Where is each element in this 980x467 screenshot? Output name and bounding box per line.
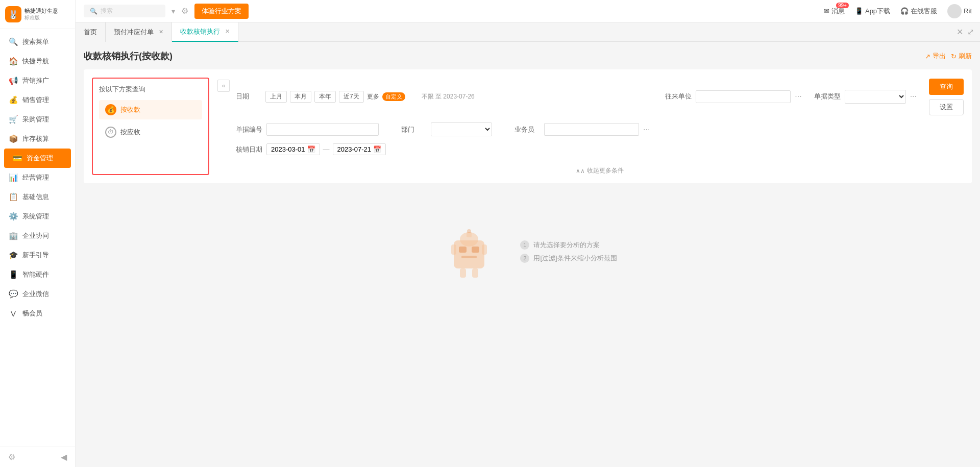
tab-bar: 首页 预付冲应付单 ✕ 收款核销执行 ✕ ✕ ⤢ — [76, 22, 980, 42]
app-download-label: App下载 — [865, 7, 890, 16]
date-btn-7days[interactable]: 近7天 — [339, 91, 364, 103]
sidebar-item-system[interactable]: ⚙️ 系统管理 — [0, 207, 75, 226]
sidebar: 🐰 畅捷通好生意 标准版 🔍 搜索菜单 🏠 快捷导航 📢 营销推广 💰 销售管理… — [0, 0, 76, 467]
sidebar-item-member[interactable]: V 畅会员 — [0, 304, 75, 323]
tab-prepay[interactable]: 预付冲应付单 ✕ — [106, 22, 172, 42]
header-left: 🔍 搜索 ▾ ⚙ 体验行业方案 — [84, 4, 249, 19]
tab-prepay-label: 预付冲应付单 — [114, 28, 154, 37]
header-dropdown-icon[interactable]: ▾ — [172, 7, 175, 15]
verify-date-start-box[interactable]: 2023-03-01 📅 — [266, 143, 320, 155]
export-button[interactable]: ↗ 导出 — [925, 52, 946, 61]
marketing-icon: 📢 — [8, 76, 18, 85]
verify-date-end-box[interactable]: 2023-07-21 📅 — [333, 143, 386, 155]
date-custom-tag[interactable]: 自定义 — [382, 92, 405, 101]
guide-icon: 🎓 — [8, 251, 18, 260]
coop-icon: 🏢 — [8, 231, 18, 240]
online-service-link[interactable]: 🎧 在线客服 — [900, 7, 937, 16]
collapse-more-label: 收起更多条件 — [587, 166, 624, 175]
sidebar-item-purchase[interactable]: 🛒 采购管理 — [0, 110, 75, 129]
message-icon: ✉ — [824, 7, 829, 15]
filter-area: 按以下方案查询 💰 按收款 ⏱ 按应收 « 日期 — [84, 69, 972, 183]
date-label: 日期 — [236, 92, 261, 101]
app-download-link[interactable]: 📱 App下载 — [855, 7, 890, 16]
date-btn-this-month[interactable]: 本月 — [290, 91, 311, 103]
sidebar-nav: 🔍 搜索菜单 🏠 快捷导航 📢 营销推广 💰 销售管理 🛒 采购管理 📦 库存核… — [0, 29, 75, 447]
sidebar-item-label: 新手引导 — [22, 251, 49, 260]
member-icon: V — [8, 309, 18, 318]
sidebar-item-operations[interactable]: 📊 经营管理 — [0, 168, 75, 187]
svg-rect-1 — [459, 247, 467, 253]
verify-date-start: 2023-03-01 — [271, 145, 305, 153]
settings-button[interactable]: 设置 — [929, 99, 964, 115]
tab-expand-icon[interactable]: ⤢ — [967, 27, 974, 37]
sidebar-item-wechat[interactable]: 💬 企业微信 — [0, 284, 75, 304]
filter-row-3: 核销日期 2023-03-01 📅 — 2023-07-21 📅 — [236, 143, 964, 155]
staff-dots[interactable]: ··· — [643, 125, 650, 134]
tab-home[interactable]: 首页 — [76, 22, 106, 42]
settings-bottom-icon[interactable]: ⚙ — [8, 452, 15, 462]
sidebar-item-marketing[interactable]: 📢 营销推广 — [0, 71, 75, 90]
svg-rect-3 — [461, 256, 477, 258]
sidebar-item-label: 企业微信 — [22, 289, 49, 299]
sidebar-item-sales[interactable]: 💰 销售管理 — [0, 90, 75, 110]
svg-rect-6 — [460, 268, 466, 278]
solution-button[interactable]: 体验行业方案 — [194, 4, 249, 19]
receipt-icon: 💰 — [105, 104, 116, 115]
sidebar-item-label: 资金管理 — [27, 154, 53, 163]
department-select[interactable] — [431, 122, 492, 136]
tab-collection-label: 收款核销执行 — [180, 27, 220, 36]
user-area[interactable]: Rit — [947, 4, 972, 18]
sidebar-item-quick[interactable]: 🏠 快捷导航 — [0, 52, 75, 71]
collapse-more-row: ∧∧ 收起更多条件 — [236, 162, 964, 175]
tab-prepay-close[interactable]: ✕ — [159, 29, 163, 35]
query-button[interactable]: 查询 — [929, 79, 964, 95]
message-badge: 99+ — [836, 3, 849, 8]
verify-date-range: 2023-03-01 📅 — 2023-07-21 📅 — [266, 143, 386, 155]
counterparty-input[interactable] — [696, 90, 791, 103]
sidebar-item-inventory[interactable]: 📦 库存核算 — [0, 129, 75, 149]
date-btn-last-month[interactable]: 上月 — [265, 91, 287, 103]
filter-by-receipt[interactable]: 💰 按收款 — [99, 100, 202, 119]
doc-number-input[interactable] — [266, 123, 379, 136]
counterparty-label: 往来单位 — [665, 92, 692, 101]
finance-icon: 💳 — [12, 154, 22, 163]
message-button[interactable]: ✉ 消息 99+ — [824, 7, 845, 16]
staff-input[interactable] — [544, 123, 639, 136]
main-area: 🔍 搜索 ▾ ⚙ 体验行业方案 ✉ 消息 99+ 📱 App下载 🎧 在线客服 — [76, 0, 980, 467]
sidebar-item-basic[interactable]: 📋 基础信息 — [0, 187, 75, 207]
header-gear-icon[interactable]: ⚙ — [181, 6, 188, 16]
sidebar-item-search[interactable]: 🔍 搜索菜单 — [0, 32, 75, 52]
sidebar-item-label: 销售管理 — [22, 95, 49, 105]
sidebar-collapse-icon[interactable]: ◀ — [61, 452, 67, 462]
doc-type-dots[interactable]: ··· — [910, 92, 917, 101]
tab-collection[interactable]: 收款核销执行 ✕ — [172, 22, 238, 42]
collapse-more-button[interactable]: ∧∧ 收起更多条件 — [576, 166, 624, 175]
date-more[interactable]: 更多 — [367, 92, 379, 101]
sidebar-item-guide[interactable]: 🎓 新手引导 — [0, 245, 75, 265]
counterparty-dots[interactable]: ··· — [795, 92, 801, 101]
doc-type-select[interactable] — [845, 90, 906, 104]
export-label: 导出 — [933, 52, 946, 61]
sidebar-item-label: 快捷导航 — [22, 57, 49, 66]
sidebar-item-hardware[interactable]: 📱 智能硬件 — [0, 265, 75, 284]
filter-by-receivable[interactable]: ⏱ 按应收 — [99, 122, 202, 142]
tab-close-icon[interactable]: ✕ — [957, 27, 963, 37]
sidebar-item-coop[interactable]: 🏢 企业协同 — [0, 226, 75, 245]
header-search-box[interactable]: 🔍 搜索 — [84, 5, 165, 17]
app-icon: 📱 — [855, 7, 863, 15]
doc-type-group: 单据类型 ··· — [814, 90, 917, 104]
hint-text-2: 用[过滤]条件来缩小分析范围 — [533, 254, 617, 263]
operations-icon: 📊 — [8, 173, 18, 182]
refresh-button[interactable]: ↻ 刷新 — [951, 52, 972, 61]
top-header: 🔍 搜索 ▾ ⚙ 体验行业方案 ✉ 消息 99+ 📱 App下载 🎧 在线客服 — [76, 0, 980, 22]
sidebar-item-label: 系统管理 — [22, 212, 49, 221]
sidebar-item-label: 库存核算 — [22, 134, 49, 143]
date-range-text: 不限 至 2023-07-26 — [422, 92, 475, 101]
department-label: 部门 — [401, 125, 427, 134]
collapse-left-btn[interactable]: « — [217, 80, 230, 92]
date-btn-this-year[interactable]: 本年 — [314, 91, 336, 103]
empty-robot-icon — [438, 220, 500, 283]
sidebar-item-finance[interactable]: 💳 资金管理 — [4, 149, 71, 168]
tab-collection-close[interactable]: ✕ — [225, 28, 230, 35]
page-content: 收款核销执行(按收款) ↗ 导出 ↻ 刷新 按以下方案查询 💰 按收款 — [76, 42, 980, 467]
